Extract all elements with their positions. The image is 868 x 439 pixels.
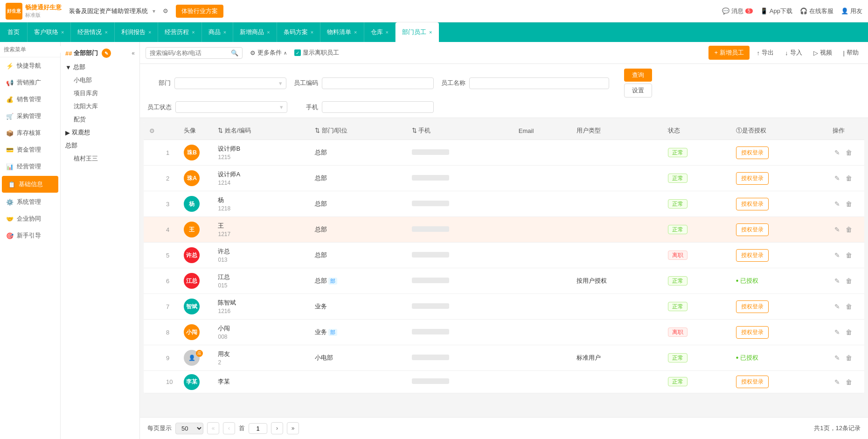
- dept-select[interactable]: ▾: [174, 77, 286, 89]
- delete-button[interactable]: 🗑: [844, 328, 854, 337]
- auth-button[interactable]: 授权登录: [736, 326, 769, 339]
- next-page-btn[interactable]: ›: [271, 422, 283, 434]
- dept-item-peihuo[interactable]: 配货: [61, 113, 139, 126]
- reset-button[interactable]: 设置: [624, 84, 652, 98]
- sidebar-item-bizmanage[interactable]: 📊 经营管理: [0, 158, 60, 175]
- auth-button[interactable]: 授权登录: [736, 300, 769, 313]
- delete-button[interactable]: 🗑: [844, 276, 854, 286]
- auth-button[interactable]: 授权登录: [736, 198, 769, 210]
- edit-button[interactable]: ✎: [833, 377, 842, 387]
- prev-page-btn[interactable]: ‹: [223, 422, 235, 434]
- app-download-action[interactable]: 📱 App下载: [760, 7, 792, 15]
- dept-edit-icon[interactable]: ✎: [102, 49, 111, 58]
- td-avatar: 👤 应: [178, 345, 212, 371]
- tab-barcode[interactable]: 条码方案 ×: [277, 22, 320, 42]
- edit-button[interactable]: ✎: [833, 251, 842, 260]
- empname-label: 员工名称: [441, 79, 465, 87]
- tab-customer[interactable]: 客户联络 ×: [28, 22, 71, 42]
- empname-input[interactable]: [469, 77, 609, 89]
- tab-history[interactable]: 经营历程 ×: [158, 22, 201, 42]
- delete-button[interactable]: 🗑: [844, 199, 854, 209]
- td-avatar: 小闯: [178, 320, 212, 345]
- sidebar-item-purchase[interactable]: 🛒 采购管理: [0, 108, 60, 125]
- dept-item-project[interactable]: 项目库房: [61, 87, 139, 100]
- delete-button[interactable]: 🗑: [844, 148, 854, 157]
- page-number-input[interactable]: [249, 423, 267, 434]
- last-page-btn[interactable]: »: [287, 422, 299, 434]
- delete-button[interactable]: 🗑: [844, 353, 854, 362]
- th-phone[interactable]: ⇅ 手机: [406, 122, 513, 140]
- search-button[interactable]: 查询: [624, 69, 652, 82]
- tab-employees[interactable]: 部门员工 ×: [396, 22, 439, 42]
- show-resigned-toggle[interactable]: ✓ 显示离职员工: [294, 49, 339, 57]
- edit-button[interactable]: ✎: [833, 353, 842, 362]
- tab-operation[interactable]: 经营情况 ×: [71, 22, 114, 42]
- tab-home[interactable]: 首页: [0, 22, 28, 42]
- edit-button[interactable]: ✎: [833, 199, 842, 209]
- th-settings[interactable]: ⚙: [144, 122, 160, 140]
- dept-item-xiaodian[interactable]: 小电部: [61, 74, 139, 87]
- dept-collapse-btn[interactable]: «: [132, 50, 135, 56]
- per-page-select[interactable]: 50 100: [175, 423, 203, 434]
- first-page-btn[interactable]: «: [207, 422, 219, 434]
- sidebar-item-marketing[interactable]: 📢 营销推广: [0, 74, 60, 91]
- delete-button[interactable]: 🗑: [844, 225, 854, 234]
- edit-button[interactable]: ✎: [833, 148, 842, 157]
- filter-actions: 查询 设置: [624, 69, 652, 98]
- empcode-input[interactable]: [322, 77, 434, 89]
- delete-button[interactable]: 🗑: [844, 251, 854, 260]
- online-service-action[interactable]: 🎧 在线客服: [800, 7, 833, 15]
- auth-button[interactable]: 授权登录: [736, 172, 769, 185]
- delete-button[interactable]: 🗑: [844, 377, 854, 387]
- dept-item-shuanglu[interactable]: ▶ 双鹿想: [61, 126, 139, 139]
- dept-item-head[interactable]: ▼ 总部: [61, 61, 139, 74]
- user-action[interactable]: 👤 用友: [841, 7, 862, 15]
- delete-button[interactable]: 🗑: [844, 174, 854, 183]
- td-auth: 已授权: [730, 268, 827, 294]
- auth-button[interactable]: 授权登录: [736, 146, 769, 159]
- add-employee-button[interactable]: + 新增员工: [708, 46, 749, 60]
- delete-button[interactable]: 🗑: [844, 302, 854, 311]
- trial-button[interactable]: 体验行业方案: [176, 5, 223, 18]
- sidebar-item-quicknav[interactable]: ⚡ 快捷导航: [0, 57, 60, 74]
- dept-item-zongbu[interactable]: 总部: [61, 139, 139, 152]
- auth-button[interactable]: 授权登录: [736, 223, 769, 236]
- help-button[interactable]: | 帮助: [840, 47, 862, 59]
- message-action[interactable]: 💬 消息 5: [722, 7, 753, 15]
- tab-warehouse[interactable]: 仓库 ×: [364, 22, 396, 42]
- auth-button[interactable]: 授权登录: [736, 249, 769, 262]
- sidebar-item-collab[interactable]: 🤝 企业协同: [0, 210, 60, 227]
- empstatus-select[interactable]: ▾: [175, 101, 287, 113]
- tab-material[interactable]: 物料清单 ×: [320, 22, 364, 42]
- tab-goods[interactable]: 商品 ×: [202, 22, 233, 42]
- export-button[interactable]: ↑ 导出: [753, 47, 778, 59]
- settings-icon[interactable]: ⚙: [159, 5, 172, 18]
- edit-button[interactable]: ✎: [833, 174, 842, 183]
- edit-button[interactable]: ✎: [833, 302, 842, 311]
- sidebar-item-sales[interactable]: 💰 销售管理: [0, 91, 60, 108]
- dept-item-shenyang[interactable]: 沈阳大库: [61, 100, 139, 113]
- tab-add-goods[interactable]: 新增商品 ×: [233, 22, 277, 42]
- sidebar-item-finance[interactable]: 💳 资金管理: [0, 141, 60, 158]
- th-dept[interactable]: ⇅ 部门/职位: [309, 122, 406, 140]
- td-status: 正常: [662, 191, 730, 217]
- edit-button[interactable]: ✎: [833, 225, 842, 234]
- phone-input[interactable]: [322, 101, 434, 113]
- auth-button[interactable]: 授权登录: [736, 376, 769, 388]
- search-input[interactable]: [150, 49, 229, 56]
- sidebar-item-inventory[interactable]: 📦 库存核算: [0, 125, 60, 141]
- sidebar-item-basic[interactable]: 📋 基础信息: [2, 176, 58, 193]
- import-button[interactable]: ↓ 导入: [781, 47, 806, 59]
- sidebar-item-sysmanage[interactable]: ⚙️ 系统管理: [0, 194, 60, 210]
- system-dropdown-arrow[interactable]: ▾: [153, 8, 155, 14]
- video-button[interactable]: ▷ 视频: [810, 47, 836, 59]
- td-ops: ✎ 🗑: [827, 191, 864, 217]
- dept-item-zhicun[interactable]: 植村王三: [61, 152, 139, 165]
- more-filter-btn[interactable]: ⚙ 更多条件 ∧: [246, 47, 291, 59]
- th-name[interactable]: ⇅ 姓名/编码: [212, 122, 309, 140]
- edit-button[interactable]: ✎: [833, 276, 842, 286]
- table-header-row: ⚙ 头像 ⇅ 姓名/编码 ⇅ 部门/职位 ⇅ 手机 Email 用户类型 状态 …: [144, 122, 864, 140]
- edit-button[interactable]: ✎: [833, 328, 842, 337]
- tab-profit[interactable]: 利润报告 ×: [115, 22, 158, 42]
- sidebar-item-guide[interactable]: 🎯 新手引导: [0, 227, 60, 244]
